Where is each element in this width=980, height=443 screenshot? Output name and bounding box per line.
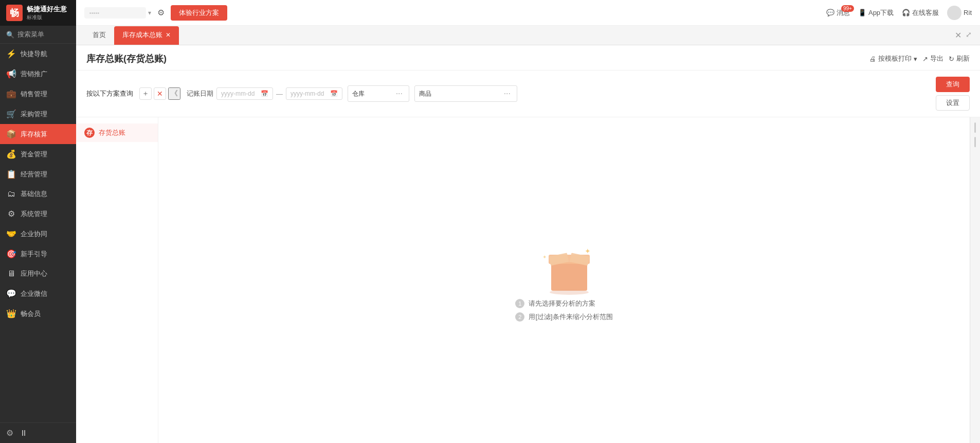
marketing-icon: 📢 [6,69,16,79]
print-icon: 🖨 [869,55,876,63]
topbar-chevron-icon: ▾ [148,9,151,16]
sidebar-item-label: 新手引导 [21,250,47,259]
svg-rect-0 [551,262,587,291]
sidebar-item-label: 系统管理 [21,209,47,219]
sidebar-item-app-center[interactable]: 🖥 应用中心 [0,264,76,283]
date-label: 记账日期 [187,89,213,98]
sidebar-item-label: 销售管理 [21,90,47,99]
topbar-search-area: ▪▪▪▪▪ ▾ [84,7,151,19]
filter-date-end[interactable]: yyyy-mm-dd 📅 [286,87,342,100]
product-label: 商品 [419,90,431,98]
page-actions: 🖨 按模板打印 ▾ ↗ 导出 ↻ 刷新 [869,54,970,63]
purchase-icon: 🛒 [6,109,16,119]
content-area: 库存总账(存货总账) 🖨 按模板打印 ▾ ↗ 导出 ↻ 刷新 按以下方案查询 [76,45,980,443]
logo-icon: 畅 [6,5,23,21]
tab-home-label: 首页 [93,31,106,39]
tip-text-1: 请先选择要分析的方案 [529,299,595,308]
svg-point-6 [550,290,589,295]
sidebar-item-label: 基础信息 [21,189,47,199]
filter-bar: 按以下方案查询 ＋ ✕ 《 记账日期 yyyy-mm-dd 📅 — yyyy-m… [76,70,980,117]
sidebar-item-wechat[interactable]: 💬 企业微信 [0,283,76,304]
sidebar-item-cooperation[interactable]: 🤝 企业协同 [0,224,76,244]
trial-button[interactable]: 体验行业方案 [171,5,227,21]
sidebar-item-label: 营销推广 [21,69,47,79]
warehouse-label: 仓库 [352,90,365,98]
message-badge: 99+ [841,5,854,12]
sidebar-item-finance[interactable]: 💰 资金管理 [0,144,76,164]
export-button[interactable]: ↗ 导出 [922,54,943,63]
empty-tip-2: 2 用[过滤]条件来缩小分析范围 [515,312,612,322]
scheme-item-label: 存货总账 [99,128,125,137]
sidebar-item-member[interactable]: 👑 畅会员 [0,304,76,324]
sidebar-item-label: 采购管理 [21,110,47,119]
right-panel-toggle[interactable] [970,117,980,443]
filter-warehouse[interactable]: 仓库 ··· [348,85,409,102]
tab-inventory-ledger[interactable]: 库存成本总账 ✕ [114,26,179,45]
topbar-user[interactable]: Rit [947,6,972,20]
wechat-icon: 💬 [6,289,16,298]
sidebar-settings-btn[interactable]: ⚙ [6,428,13,438]
sidebar-item-marketing[interactable]: 📢 营销推广 [0,64,76,84]
product-more-icon[interactable]: ··· [502,88,513,99]
inventory-icon: 📦 [6,129,16,139]
tab-home[interactable]: 首页 [84,26,114,45]
tab-close-panel-icon[interactable]: ✕ [955,30,961,40]
sidebar-search[interactable]: 🔍 搜索菜单 [0,26,76,44]
warehouse-more-icon[interactable]: ··· [394,88,405,99]
app-logo: 畅 畅捷通好生意 标准版 [0,0,76,26]
app-center-icon: 🖥 [6,269,16,278]
sidebar-item-newbie[interactable]: 🎯 新手引导 [0,244,76,264]
topbar-online-support[interactable]: 🎧 在线客服 [902,8,939,17]
scheme-sidebar: 存 存货总账 [76,117,158,443]
message-icon: 💬 [826,9,834,16]
topbar-app-download[interactable]: 📱 App下载 [858,8,894,17]
sidebar-collapse-btn[interactable]: ⏸ [20,429,28,438]
refresh-icon: ↻ [949,55,954,63]
online-support-label: 在线客服 [912,8,939,17]
filter-date-start[interactable]: yyyy-mm-dd 📅 [216,87,273,100]
sidebar-item-basic-info[interactable]: 🗂 基础信息 [0,184,76,204]
sidebar-item-sales[interactable]: 💼 销售管理 [0,84,76,104]
basic-info-icon: 🗂 [6,189,16,199]
sidebar-item-label: 经营管理 [21,170,47,179]
sidebar-item-operations[interactable]: 📋 经营管理 [0,164,76,184]
tip-num-1: 1 [515,299,524,308]
filter-warehouse-group: 仓库 ··· [348,85,409,102]
scheme-item-inventory-ledger[interactable]: 存 存货总账 [76,123,158,142]
filter-product[interactable]: 商品 ··· [414,85,517,102]
app-download-label: App下载 [868,8,894,17]
topbar-message[interactable]: 💬 消息 99+ [826,8,850,17]
refresh-button[interactable]: ↻ 刷新 [949,54,970,63]
sidebar-item-system[interactable]: ⚙ 系统管理 [0,204,76,224]
filter-delete-btn[interactable]: ✕ [154,87,166,100]
empty-tip-1: 1 请先选择要分析的方案 [515,299,612,308]
user-name: Rit [964,9,972,16]
tab-active-label: 库存成本总账 [122,30,162,40]
sidebar-nav: ⚡ 快捷导航 📢 营销推广 💼 销售管理 🛒 采购管理 📦 库存核算 💰 资金管… [0,44,76,422]
sidebar-item-quick-nav[interactable]: ⚡ 快捷导航 [0,44,76,64]
tabs: 首页 库存成本总账 ✕ ✕ ⤢ [76,26,980,45]
print-button[interactable]: 🖨 按模板打印 ▾ [869,54,917,63]
filter-actions: ＋ ✕ 《 [139,87,180,100]
cooperation-icon: 🤝 [6,229,16,239]
calendar-end-icon: 📅 [330,90,338,97]
query-button[interactable]: 查询 [936,77,970,92]
empty-state: ✦ ✦ 1 请先选择要分析的方案 2 用[过滤]条件来缩小分析范围 [158,117,970,443]
sidebar-item-inventory[interactable]: 📦 库存核算 [0,124,76,144]
tip-num-2: 2 [515,312,524,322]
tab-close-icon[interactable]: ✕ [166,31,171,39]
sidebar-item-purchase[interactable]: 🛒 采购管理 [0,104,76,124]
sidebar-item-label: 快捷导航 [21,49,47,59]
operations-icon: 📋 [6,169,16,179]
svg-text:✦: ✦ [542,254,547,260]
topbar-gear-icon[interactable]: ⚙ [157,8,165,17]
empty-box-svg: ✦ ✦ [538,239,600,296]
tab-expand-icon[interactable]: ⤢ [966,30,972,40]
search-icon: 🔍 [6,31,14,39]
filter-add-btn[interactable]: ＋ [139,87,152,100]
sidebar-search-label: 搜索菜单 [17,30,44,39]
filter-collapse-btn[interactable]: 《 [168,87,180,100]
calendar-start-icon: 📅 [261,90,268,97]
settings-button[interactable]: 设置 [936,95,970,111]
topbar-search-box[interactable]: ▪▪▪▪▪ [84,7,146,19]
